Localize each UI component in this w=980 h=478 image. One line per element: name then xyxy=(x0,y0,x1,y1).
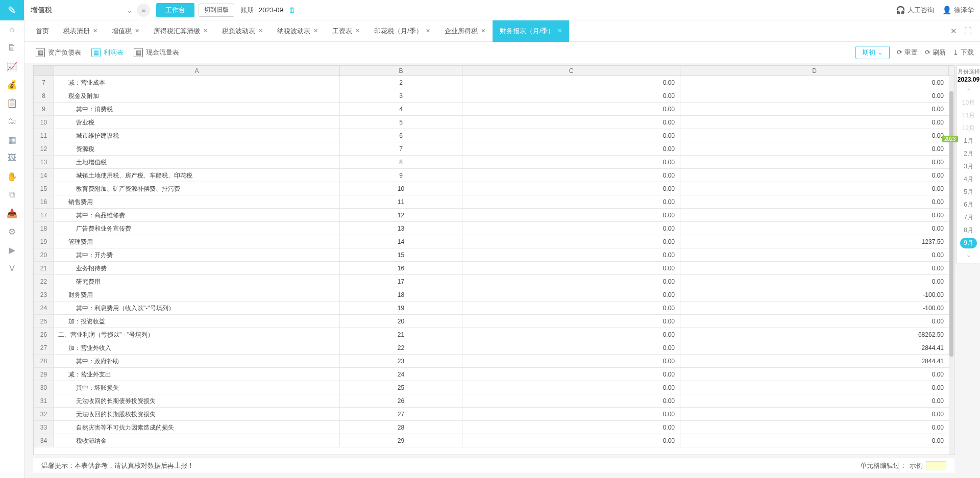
cell-b[interactable]: 24 xyxy=(340,368,462,381)
cell-d[interactable]: 0.00 xyxy=(680,262,949,274)
row-number[interactable]: 30 xyxy=(34,381,54,394)
cell-c[interactable]: 0.00 xyxy=(462,116,680,129)
cell-d[interactable]: -100.00 xyxy=(680,301,949,314)
cell-d[interactable]: 0.00 xyxy=(680,421,949,434)
row-number[interactable]: 8 xyxy=(34,89,54,102)
row-number[interactable]: 11 xyxy=(34,129,54,142)
cell-d[interactable]: 0.00 xyxy=(680,142,949,155)
month-option[interactable]: 5月 xyxy=(957,186,980,198)
cell-d[interactable]: -100.00 xyxy=(680,288,949,301)
tab-财务报表（月/季）[interactable]: 财务报表（月/季）✕ xyxy=(493,20,570,42)
cell-b[interactable]: 25 xyxy=(340,381,462,394)
cell-c[interactable]: 0.00 xyxy=(462,394,680,407)
rail-v-icon[interactable]: V xyxy=(0,259,24,278)
cell-c[interactable]: 0.00 xyxy=(462,381,680,394)
month-option[interactable]: 12月 xyxy=(957,122,980,135)
sheet-tab-资产负债表[interactable]: ▦资产负债表 xyxy=(31,45,86,60)
row-number[interactable]: 12 xyxy=(34,142,54,155)
consult-button[interactable]: 🎧 人工咨询 xyxy=(896,6,934,15)
cell-c[interactable]: 0.00 xyxy=(462,408,680,420)
cell-a[interactable]: 城市维护建设税 xyxy=(54,129,340,142)
cell-b[interactable]: 14 xyxy=(340,235,462,248)
month-option[interactable]: 8月 xyxy=(957,224,980,237)
tab-税负波动表[interactable]: 税负波动表✕ xyxy=(215,20,270,42)
row-number[interactable]: 19 xyxy=(34,235,54,248)
close-icon[interactable]: ✕ xyxy=(557,28,562,34)
cell-c[interactable]: 0.00 xyxy=(462,169,680,182)
cell-b[interactable]: 29 xyxy=(340,434,462,447)
cell-c[interactable]: 0.00 xyxy=(462,182,680,195)
month-option[interactable]: 7月 xyxy=(957,211,980,224)
tab-纳税波动表[interactable]: 纳税波动表✕ xyxy=(270,20,325,42)
cell-d[interactable]: 0.00 xyxy=(680,156,949,168)
cell-d[interactable]: 0.00 xyxy=(680,209,949,221)
close-icon[interactable]: ✕ xyxy=(258,28,263,34)
cell-c[interactable]: 0.00 xyxy=(462,76,680,89)
cell-c[interactable]: 0.00 xyxy=(462,368,680,381)
row-number[interactable]: 26 xyxy=(34,328,54,341)
cell-c[interactable]: 0.00 xyxy=(462,434,680,447)
row-number[interactable]: 31 xyxy=(34,394,54,407)
cell-b[interactable]: 11 xyxy=(340,195,462,208)
cell-c[interactable]: 0.00 xyxy=(462,288,680,301)
company-selector[interactable]: 增值税 ⌄ xyxy=(31,6,133,15)
cell-b[interactable]: 10 xyxy=(340,182,462,195)
cell-b[interactable]: 20 xyxy=(340,315,462,328)
row-number[interactable]: 32 xyxy=(34,408,54,420)
cell-b[interactable]: 9 xyxy=(340,169,462,182)
cell-b[interactable]: 16 xyxy=(340,262,462,274)
cell-a[interactable]: 减：营业外支出 xyxy=(54,368,340,381)
cell-d[interactable]: 0.00 xyxy=(680,195,949,208)
cell-b[interactable]: 26 xyxy=(340,394,462,407)
rail-bag-icon[interactable]: 💰 xyxy=(0,76,24,94)
month-option-active[interactable]: 9月 xyxy=(960,238,977,248)
rail-chart-icon[interactable]: 📈 xyxy=(0,57,24,76)
col-header-a[interactable]: A xyxy=(54,66,340,76)
cell-d[interactable]: 0.00 xyxy=(680,129,949,142)
cell-c[interactable]: 0.00 xyxy=(462,235,680,248)
cell-d[interactable]: 2844.41 xyxy=(680,355,949,367)
select-all-corner[interactable] xyxy=(34,66,54,76)
cell-c[interactable]: 0.00 xyxy=(462,103,680,115)
cell-d[interactable]: 0.00 xyxy=(680,368,949,381)
cell-a[interactable]: 管理费用 xyxy=(54,235,340,248)
row-number[interactable]: 24 xyxy=(34,301,54,314)
row-number[interactable]: 15 xyxy=(34,182,54,195)
close-icon[interactable]: ✕ xyxy=(481,28,485,34)
cell-a[interactable]: 其中：消费税 xyxy=(54,103,340,115)
col-header-b[interactable]: B xyxy=(340,66,462,76)
tab-印花税（月/季）[interactable]: 印花税（月/季）✕ xyxy=(367,20,437,42)
cell-d[interactable]: 1237.50 xyxy=(680,235,949,248)
close-icon[interactable]: ✕ xyxy=(355,28,360,34)
workbench-button[interactable]: 工作台 xyxy=(156,3,194,17)
rail-gear-icon[interactable]: ⚙ xyxy=(0,222,24,241)
vertical-scrollbar[interactable] xyxy=(949,76,954,455)
cell-d[interactable]: 0.00 xyxy=(680,408,949,420)
cell-a[interactable]: 无法收回的长期债券投资损失 xyxy=(54,394,340,407)
month-option[interactable]: 1月2023 xyxy=(957,135,980,147)
row-number[interactable]: 20 xyxy=(34,248,54,261)
row-number[interactable]: 9 xyxy=(34,103,54,115)
sheet-tab-利润表[interactable]: ▦利润表 xyxy=(86,45,129,60)
rail-image-icon[interactable]: 🖼 xyxy=(0,149,24,167)
cell-a[interactable]: 其中：政府补助 xyxy=(54,355,340,367)
cell-a[interactable]: 其中：坏账损失 xyxy=(54,381,340,394)
cell-a[interactable]: 城镇土地使用税、房产税、车船税、印花税 xyxy=(54,169,340,182)
cell-a[interactable]: 其中：开办费 xyxy=(54,248,340,261)
month-option[interactable]: 6月 xyxy=(957,198,980,211)
cell-c[interactable]: 0.00 xyxy=(462,195,680,208)
cell-a[interactable]: 业务招待费 xyxy=(54,262,340,274)
col-header-c[interactable]: C xyxy=(462,66,680,76)
cell-b[interactable]: 22 xyxy=(340,341,462,354)
cell-d[interactable]: 0.00 xyxy=(680,434,949,447)
cell-b[interactable]: 5 xyxy=(340,116,462,129)
month-option[interactable]: 10月 xyxy=(957,96,980,109)
cell-c[interactable]: 0.00 xyxy=(462,262,680,274)
rail-inbox-icon[interactable]: 📥 xyxy=(0,204,24,222)
rail-table-icon[interactable]: ▦ xyxy=(0,131,24,149)
cell-b[interactable]: 21 xyxy=(340,328,462,341)
cell-b[interactable]: 3 xyxy=(340,89,462,102)
cell-b[interactable]: 13 xyxy=(340,222,462,235)
cell-c[interactable]: 0.00 xyxy=(462,421,680,434)
rail-hand-icon[interactable]: ✋ xyxy=(0,167,24,186)
